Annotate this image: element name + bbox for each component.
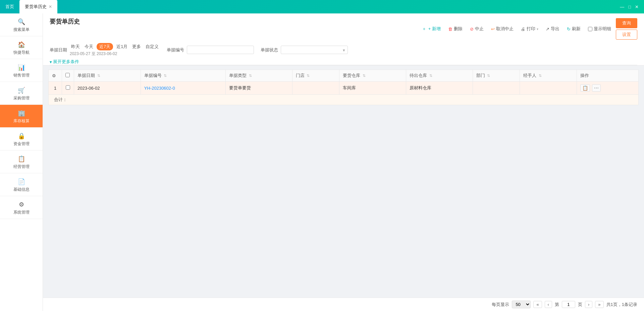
display-detail-check[interactable] [588, 27, 592, 31]
th-handler[interactable]: 经手人 ⇅ [520, 70, 577, 82]
order-no-input[interactable] [187, 46, 254, 54]
stop-button[interactable]: ⊘ 中止 [467, 25, 486, 33]
row-pending-warehouse: 原材料仓库 [406, 82, 473, 95]
sidebar-item-sys[interactable]: ⚙ 系统管理 [0, 196, 43, 219]
th-type-label: 单据类型 [229, 73, 247, 78]
shortcut-7days[interactable]: 近7天 [97, 43, 113, 50]
refresh-button[interactable]: ↻ 刷新 [564, 25, 583, 33]
sidebar-label-sys: 系统管理 [13, 210, 30, 215]
top-bar: 首页 要货单历史 ✕ — □ ✕ [0, 0, 644, 13]
tab-bar: 首页 要货单历史 ✕ [0, 0, 620, 13]
status-select[interactable] [281, 46, 348, 54]
sidebar-item-inventory[interactable]: 🏢 库存核算 [0, 105, 43, 128]
sidebar-item-sales[interactable]: 📊 销售管理 [0, 59, 43, 82]
th-dept[interactable]: 部门 ⇅ [473, 70, 520, 82]
row-type: 要货单要货 [225, 82, 292, 95]
print-icon: 🖨 [521, 27, 525, 32]
cancel-stop-icon: ↩ [491, 27, 495, 32]
row-checkbox[interactable] [66, 85, 70, 90]
print-button[interactable]: 🖨 打印 ▾ [518, 25, 541, 33]
basic-info-icon: 📄 [18, 178, 25, 185]
sidebar-item-purchase[interactable]: 🛒 采购管理 [0, 82, 43, 105]
print-dropdown-icon: ▾ [537, 27, 538, 31]
th-action: 操作 [577, 70, 638, 82]
finance-icon: 🔒 [18, 132, 25, 140]
expand-more-button[interactable]: ▾ 展开更多条件 [50, 59, 637, 65]
sidebar-label-quick-nav: 快捷导航 [13, 50, 30, 55]
prev-page-button[interactable]: ‹ [545, 301, 552, 308]
th-dept-label: 部门 [476, 73, 485, 78]
th-type[interactable]: 单据类型 ⇅ [225, 70, 292, 82]
view-detail-icon[interactable]: 📋 [580, 84, 590, 92]
sort-dept-icon: ⇅ [487, 74, 490, 78]
main-layout: 🔍 搜索菜单 🏠 快捷导航 📊 销售管理 🛒 采购管理 🏢 库存核算 🔒 资金管… [0, 13, 644, 311]
query-button[interactable]: 查询 [616, 18, 637, 28]
tab-order-history[interactable]: 要货单历史 ✕ [19, 0, 57, 13]
sidebar-item-ops[interactable]: 📋 经营管理 [0, 150, 43, 173]
row-dept [473, 82, 520, 95]
sidebar-label-sales: 销售管理 [13, 73, 30, 78]
sidebar-item-quick-nav[interactable]: 🏠 快捷导航 [0, 36, 43, 59]
th-store[interactable]: 门店 ⇅ [292, 70, 339, 82]
page-size-select[interactable]: 50 10 20 100 [512, 301, 531, 308]
page-input-suffix: 页 [578, 302, 582, 308]
refresh-icon: ↻ [567, 27, 571, 32]
refresh-label: 刷新 [572, 26, 581, 32]
close-icon[interactable]: ✕ [635, 4, 639, 9]
sidebar-item-search-menu[interactable]: 🔍 搜索菜单 [0, 13, 43, 36]
new-button[interactable]: ＋ + 新增 [419, 25, 443, 33]
sidebar-item-finance[interactable]: 🔒 资金管理 [0, 128, 43, 150]
settings-button[interactable]: 设置 [616, 30, 637, 40]
order-no-filter-group: 单据编号 [167, 46, 254, 54]
select-all-checkbox[interactable] [65, 73, 70, 77]
quick-nav-icon: 🏠 [18, 41, 25, 48]
table-wrapper: ⚙ 单据日期 ⇅ 单据编号 ⇅ 单据类型 [43, 65, 644, 298]
th-no[interactable]: 单据编号 ⇅ [141, 70, 225, 82]
row-req-warehouse: 车间库 [339, 82, 406, 95]
sidebar-item-basic-info[interactable]: 📄 基础信息 [0, 173, 43, 196]
delete-button[interactable]: 🗑 删除 [445, 25, 465, 33]
table-header: ⚙ 单据日期 ⇅ 单据编号 ⇅ 单据类型 [49, 70, 639, 82]
th-checkbox [62, 70, 74, 82]
sales-icon: 📊 [18, 64, 25, 71]
date-range-display: 2023-05-27 至 2023-06-02 [70, 51, 160, 57]
purchase-icon: 🛒 [18, 87, 25, 94]
total-info: 共1页，1条记录 [606, 302, 637, 308]
tab-close-icon[interactable]: ✕ [49, 4, 52, 9]
tab-home[interactable]: 首页 [0, 0, 19, 13]
page-title: 要货单历史 [50, 17, 80, 26]
sidebar-label-basic-info: 基础信息 [13, 187, 30, 192]
pagination-bar: 每页显示 50 10 20 100 « ‹ 第 页 › » 共1页，1条记录 [43, 298, 644, 311]
current-page-input[interactable] [562, 301, 575, 308]
shortcut-yesterday[interactable]: 昨天 [70, 43, 81, 50]
stop-label: 中止 [475, 26, 484, 32]
export-button[interactable]: ↗ 导出 [543, 25, 562, 33]
display-detail-checkbox[interactable]: 显示明细 [585, 25, 614, 33]
date-filter-label: 单据日期 [50, 47, 67, 53]
header-row: ⚙ 单据日期 ⇅ 单据编号 ⇅ 单据类型 [49, 70, 639, 82]
th-date[interactable]: 单据日期 ⇅ [74, 70, 141, 82]
th-date-label: 单据日期 [77, 73, 95, 78]
shortcut-1month[interactable]: 近1月 [115, 43, 129, 50]
th-settings[interactable]: ⚙ [49, 70, 62, 82]
shortcut-custom[interactable]: 自定义 [144, 43, 160, 50]
shortcut-today[interactable]: 今天 [83, 43, 95, 50]
delete-label: 删除 [454, 26, 463, 32]
tab-home-label: 首页 [5, 4, 14, 10]
maximize-icon[interactable]: □ [628, 4, 631, 9]
row-no[interactable]: YH-20230602-0 [141, 82, 225, 95]
data-table: ⚙ 单据日期 ⇅ 单据编号 ⇅ 单据类型 [48, 70, 639, 95]
more-actions-icon[interactable]: ⋯ [592, 84, 601, 92]
shortcut-more[interactable]: 更多 [131, 43, 142, 50]
expand-icon: ▾ [50, 59, 52, 64]
last-page-button[interactable]: » [595, 301, 603, 308]
next-page-button[interactable]: › [585, 301, 592, 308]
cancel-stop-button[interactable]: ↩ 取消中止 [488, 25, 516, 33]
minimize-icon[interactable]: — [620, 4, 624, 9]
filter-row: 单据日期 昨天 今天 近7天 近1月 更多 自定义 2023-05-27 至 2… [50, 43, 637, 57]
th-req-warehouse[interactable]: 要货仓库 ⇅ [339, 70, 406, 82]
first-page-button[interactable]: « [533, 301, 542, 308]
th-pending-warehouse[interactable]: 待出仓库 ⇅ [406, 70, 473, 82]
search-menu-icon: 🔍 [18, 18, 25, 26]
sort-type-icon: ⇅ [249, 74, 252, 78]
